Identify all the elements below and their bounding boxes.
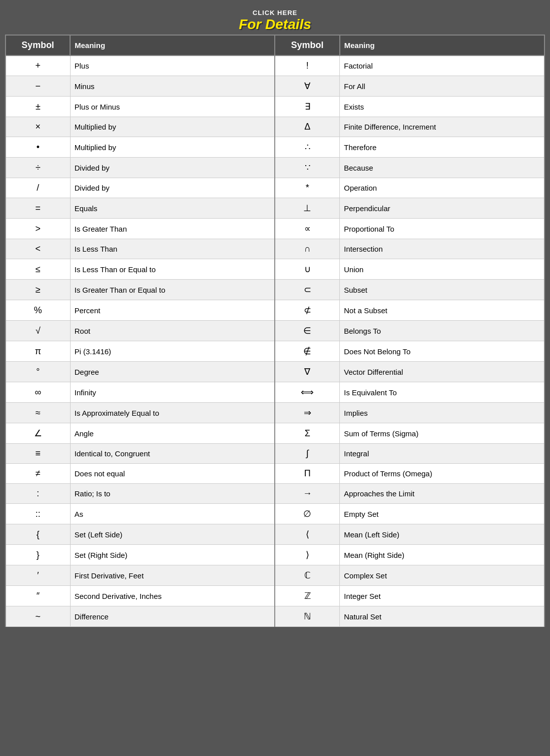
symbol-right: ∪: [275, 259, 339, 280]
table-row: ~DifferenceℕNatural Set: [6, 606, 544, 627]
meaning-left: Degree: [70, 362, 275, 382]
symbol-right: ⟩: [275, 545, 339, 565]
table-row: ∞Infinity⟺Is Equivalent To: [6, 382, 544, 403]
table-row: ×Multiplied byΔFinite Difference, Increm…: [6, 117, 544, 137]
symbol-left: <: [6, 239, 70, 259]
meaning-right: Exists: [340, 97, 544, 117]
table-row: πPi (3.1416)∉Does Not Belong To: [6, 341, 544, 362]
symbol-right: ⟺: [275, 382, 339, 403]
meaning-right: Sum of Terms (Sigma): [340, 423, 544, 444]
table-row: √Root∈Belongs To: [6, 321, 544, 341]
symbol-left: ∞: [6, 382, 70, 403]
symbol-left: =: [6, 198, 70, 219]
meaning-left: Plus: [70, 56, 275, 76]
symbol-left: ≡: [6, 444, 70, 464]
meaning-right: Implies: [340, 403, 544, 423]
table-row: ′First Derivative, FeetℂComplex Set: [6, 565, 544, 586]
meaning-left: Percent: [70, 300, 275, 321]
symbol-right: ∈: [275, 321, 339, 341]
col3-header: Symbol: [275, 35, 339, 56]
meaning-right: Factorial: [340, 56, 544, 76]
meaning-left: Difference: [70, 606, 275, 627]
symbol-right: ℕ: [275, 606, 339, 627]
table-row: =Equals⊥Perpendicular: [6, 198, 544, 219]
symbol-left: ×: [6, 117, 70, 137]
symbol-left: ≈: [6, 403, 70, 423]
meaning-left: Is Less Than or Equal to: [70, 259, 275, 280]
table-row: :Ratio; Is to→Approaches the Limit: [6, 484, 544, 504]
symbol-left: ≠: [6, 464, 70, 484]
symbol-left: √: [6, 321, 70, 341]
symbol-left: /: [6, 178, 70, 198]
meaning-right: Does Not Belong To: [340, 341, 544, 362]
table-row: +Plus!Factorial: [6, 56, 544, 76]
meaning-left: Divided by: [70, 178, 275, 198]
meaning-right: Vector Differential: [340, 362, 544, 382]
meaning-right: Not a Subset: [340, 300, 544, 321]
symbol-left: ::: [6, 504, 70, 524]
col4-header: Meaning: [340, 35, 544, 56]
symbol-right: Δ: [275, 117, 339, 137]
meaning-right: Approaches the Limit: [340, 484, 544, 504]
table-row: {Set (Left Side)⟨Mean (Left Side): [6, 524, 544, 545]
symbol-right: ∝: [275, 219, 339, 239]
table-row: °Degree∇Vector Differential: [6, 362, 544, 382]
table-row: }Set (Right Side)⟩Mean (Right Side): [6, 545, 544, 565]
table-row: ≠Does not equalΠProduct of Terms (Omega): [6, 464, 544, 484]
symbol-right: →: [275, 484, 339, 504]
table-row: %Percent⊄Not a Subset: [6, 300, 544, 321]
meaning-left: Angle: [70, 423, 275, 444]
meaning-left: Does not equal: [70, 464, 275, 484]
symbol-left: ~: [6, 606, 70, 627]
symbol-left: ″: [6, 586, 70, 606]
for-details-label[interactable]: For Details: [5, 17, 545, 33]
meaning-left: Second Derivative, Inches: [70, 586, 275, 606]
symbol-right: Π: [275, 464, 339, 484]
col1-header: Symbol: [6, 35, 70, 56]
symbol-right: ⊄: [275, 300, 339, 321]
symbol-left: ≥: [6, 280, 70, 300]
symbol-right: Σ: [275, 423, 339, 444]
page-container: CLICK HERE For Details Symbol Meaning Sy…: [5, 5, 545, 627]
symbol-right: ⊥: [275, 198, 339, 219]
table-row: ″Second Derivative, InchesℤInteger Set: [6, 586, 544, 606]
symbol-left: {: [6, 524, 70, 545]
meaning-right: Operation: [340, 178, 544, 198]
symbol-right: ⇒: [275, 403, 339, 423]
symbol-right: *: [275, 178, 339, 198]
meaning-right: Is Equivalent To: [340, 382, 544, 403]
meaning-left: Identical to, Congruent: [70, 444, 275, 464]
click-here-label: CLICK HERE: [5, 9, 545, 17]
symbol-right: ∵: [275, 158, 339, 178]
symbol-right: ℂ: [275, 565, 339, 586]
meaning-left: Divided by: [70, 158, 275, 178]
table-row: /Divided by*Operation: [6, 178, 544, 198]
symbol-left: >: [6, 219, 70, 239]
symbol-right: ∀: [275, 76, 339, 97]
meaning-right: Integral: [340, 444, 544, 464]
meaning-right: Complex Set: [340, 565, 544, 586]
meaning-left: Plus or Minus: [70, 97, 275, 117]
meaning-right: Integer Set: [340, 586, 544, 606]
meaning-right: Intersection: [340, 239, 544, 259]
table-row: ≥Is Greater Than or Equal to⊂Subset: [6, 280, 544, 300]
table-row: <Is Less Than∩Intersection: [6, 239, 544, 259]
symbol-left: %: [6, 300, 70, 321]
table-row: >Is Greater Than∝Proportional To: [6, 219, 544, 239]
table-row: •Multiplied by∴Therefore: [6, 137, 544, 158]
symbol-right: ∅: [275, 504, 339, 524]
symbol-left: •: [6, 137, 70, 158]
table-row: −Minus∀For All: [6, 76, 544, 97]
symbol-right: !: [275, 56, 339, 76]
meaning-left: Is Less Than: [70, 239, 275, 259]
symbol-right: ℤ: [275, 586, 339, 606]
col2-header: Meaning: [70, 35, 275, 56]
meaning-right: Product of Terms (Omega): [340, 464, 544, 484]
symbol-right: ⟨: [275, 524, 339, 545]
table-row: ≤Is Less Than or Equal to∪Union: [6, 259, 544, 280]
symbol-left: −: [6, 76, 70, 97]
meaning-right: Proportional To: [340, 219, 544, 239]
table-header-row: Symbol Meaning Symbol Meaning: [6, 35, 544, 56]
meaning-right: Therefore: [340, 137, 544, 158]
meaning-left: First Derivative, Feet: [70, 565, 275, 586]
